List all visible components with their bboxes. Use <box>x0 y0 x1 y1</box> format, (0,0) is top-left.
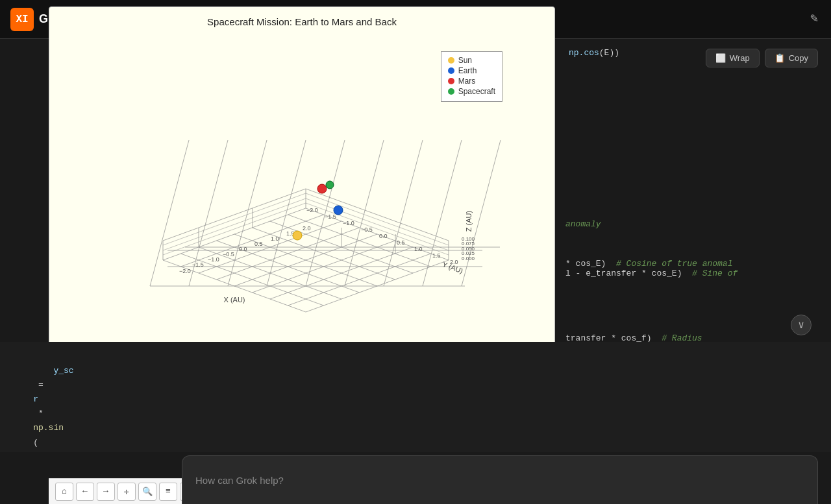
x-tick: −1.0 <box>208 256 219 263</box>
x-tick: 0.0 <box>239 246 247 252</box>
x-tick: −0.5 <box>223 251 234 258</box>
z-tick: 0.100 <box>462 236 475 242</box>
y-tick: −2.0 <box>306 207 318 213</box>
chart-svg-container: X (AU) −2.0 −1.5 −1.0 −0.5 0.0 0.5 1.0 1… <box>49 33 554 389</box>
plot-title: Spacecraft Mission: Earth to Mars and Ba… <box>49 16 554 27</box>
code-line: anomaly <box>565 219 821 229</box>
z-tick: 0.050 <box>462 246 475 252</box>
z-tick: 0.000 <box>462 256 475 261</box>
wrap-label: Wrap <box>730 53 750 63</box>
nav-settings-button[interactable]: ≡ <box>159 483 177 501</box>
x-tick: 1.0 <box>271 235 279 242</box>
y-tick: 1.0 <box>414 246 423 252</box>
code-panel-mid: anomaly <box>555 214 831 234</box>
copy-button[interactable]: 📋 Copy <box>765 49 818 67</box>
wrap-icon: ⬜ <box>715 53 726 63</box>
nav-forward-button[interactable]: → <box>97 483 115 501</box>
chat-placeholder: How can Grok help? <box>195 475 284 486</box>
svg-line-5 <box>345 140 384 286</box>
wall-line <box>306 198 449 250</box>
svg-line-3 <box>267 140 306 286</box>
y-tick: 2.0 <box>450 259 458 265</box>
y-tick: 1.5 <box>432 252 441 259</box>
code-line: * cos_E) # Cosine of true anomal <box>565 259 821 269</box>
z-axis-label: Z (AU) <box>465 211 473 232</box>
code-line: l - e_transfer * cos_E) # Sine of <box>565 269 821 278</box>
svg-line-0 <box>150 140 189 286</box>
x-tick: −2.0 <box>179 268 191 274</box>
scroll-down-button[interactable]: ∨ <box>791 315 812 335</box>
plot-panel: Spacecraft Mission: Earth to Mars and Ba… <box>49 6 555 389</box>
wall-line <box>163 193 306 245</box>
x-axis-label: X (AU) <box>224 296 245 304</box>
y-tick: −1.5 <box>325 213 336 220</box>
code-panel-lower: * cos_E) # Cosine of true anomal l - e_t… <box>555 256 831 281</box>
point-earth <box>334 206 343 215</box>
bottom-code-panel: y_sc = r * np.sin ( theta_sc ) z_sc = 0 … <box>0 342 831 452</box>
y-tick: 0.5 <box>397 239 405 246</box>
wrap-button[interactable]: ⬜ Wrap <box>706 49 760 67</box>
copy-icon: 📋 <box>775 53 785 63</box>
code-line: y_sc = r * np.sin ( theta_sc ) <box>13 350 818 452</box>
x-tick: 0.5 <box>254 241 263 247</box>
nav-pan-button[interactable]: ✛ <box>118 483 136 501</box>
svg-line-6 <box>384 140 423 286</box>
y-tick: −1.0 <box>343 220 354 226</box>
point-spacecraft <box>326 181 334 189</box>
y-tick: 0.0 <box>379 233 388 239</box>
nav-home-button[interactable]: ⌂ <box>55 483 73 501</box>
app-name: G <box>39 12 48 26</box>
logo-area: XI G <box>10 8 48 31</box>
y-tick: −0.5 <box>361 226 373 233</box>
chat-bar[interactable]: How can Grok help? <box>182 455 818 504</box>
nav-back-button[interactable]: ← <box>76 483 94 501</box>
plot-svg: X (AU) −2.0 −1.5 −1.0 −0.5 0.0 0.5 1.0 1… <box>49 33 555 377</box>
nav-zoom-button[interactable]: 🔍 <box>138 483 156 501</box>
logo-box: XI <box>10 8 34 31</box>
point-mars <box>317 184 327 193</box>
edit-icon[interactable]: ✎ <box>810 10 818 26</box>
wall-line <box>163 189 306 241</box>
point-sun <box>293 231 302 240</box>
svg-line-2 <box>228 140 267 286</box>
x-tick: 2.0 <box>303 225 311 232</box>
wall-line <box>163 198 306 250</box>
copy-label: Copy <box>789 53 808 63</box>
code-toolbar: ⬜ Wrap 📋 Copy <box>706 49 818 67</box>
x-tick: −1.5 <box>192 261 204 268</box>
